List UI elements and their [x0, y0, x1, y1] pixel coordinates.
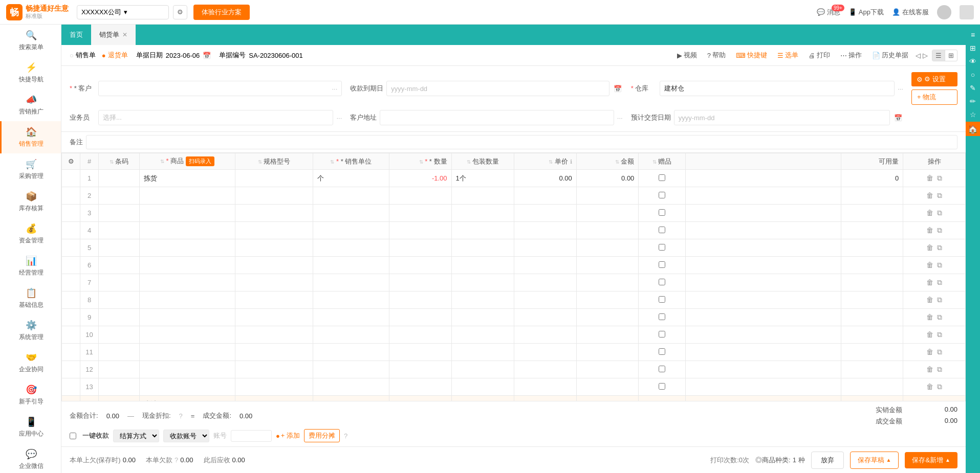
cell-price-11[interactable]: [514, 361, 577, 378]
gift-checkbox-6[interactable]: [659, 279, 665, 285]
shortcut-btn[interactable]: ⌨ 快捷键: [733, 49, 770, 61]
cell-price-10[interactable]: [514, 344, 577, 361]
settings-button[interactable]: ⚙ ⚙ 设置: [911, 72, 957, 86]
cell-barcode-0[interactable]: [99, 170, 140, 187]
cell-price-12[interactable]: [514, 378, 577, 396]
cell-unit-6[interactable]: [313, 274, 389, 291]
cell-qty-10[interactable]: [389, 344, 451, 361]
cell-unit-11[interactable]: [313, 361, 389, 378]
sidebar-item-marketing[interactable]: 📣 营销推广: [0, 89, 61, 121]
select-btn[interactable]: ☰ 选单: [774, 49, 801, 61]
cell-barcode-3[interactable]: [99, 222, 140, 239]
cell-amount-9[interactable]: [576, 326, 639, 344]
sidebar-item-apps[interactable]: 📱 应用中心: [0, 411, 61, 443]
cell-unit-5[interactable]: [313, 257, 389, 274]
sidebar-item-guide[interactable]: 🎯 新手引导: [0, 379, 61, 411]
customer-input[interactable]: ···: [98, 81, 342, 96]
cell-unit-0[interactable]: 个: [313, 170, 389, 187]
sidebar-item-system[interactable]: ⚙️ 系统管理: [0, 314, 61, 347]
cell-price-4[interactable]: [514, 239, 577, 257]
cell-amount-0[interactable]: 0.00: [576, 170, 639, 187]
delete-row-icon-0[interactable]: 🗑: [926, 174, 933, 182]
rf-circle-icon[interactable]: ○: [967, 69, 979, 81]
delete-row-icon-8[interactable]: 🗑: [926, 313, 933, 321]
rf-pencil-icon[interactable]: ✏: [967, 95, 979, 107]
cell-pkg-7[interactable]: [451, 291, 514, 309]
sidebar-item-wechat[interactable]: 💬 企业微信: [0, 443, 61, 473]
one-click-payment-checkbox[interactable]: [70, 433, 76, 439]
cell-pkg-5[interactable]: [451, 257, 514, 274]
online-service-btn[interactable]: 👤 在线客服: [892, 8, 929, 17]
cell-qty-7[interactable]: [389, 291, 451, 309]
cell-qty-1[interactable]: [389, 187, 451, 205]
history-btn[interactable]: 📄 历史单据: [869, 49, 911, 61]
th-settings[interactable]: ⚙: [62, 153, 80, 170]
cell-qty-5[interactable]: [389, 257, 451, 274]
settlement-select[interactable]: 结算方式: [113, 430, 159, 442]
cell-barcode-9[interactable]: [99, 326, 140, 344]
gift-checkbox-0[interactable]: [659, 174, 665, 181]
cell-unit-10[interactable]: [313, 344, 389, 361]
delete-row-icon-9[interactable]: 🗑: [926, 330, 933, 339]
cell-spec-1[interactable]: [235, 187, 313, 205]
cell-qty-3[interactable]: [389, 222, 451, 239]
sidebar-item-basic[interactable]: 📋 基础信息: [0, 282, 61, 314]
save-draft-button[interactable]: 保存草稿 ▲: [850, 452, 899, 469]
cell-amount-2[interactable]: [576, 205, 639, 222]
cell-product-2[interactable]: [140, 205, 235, 222]
cell-price-6[interactable]: [514, 274, 577, 291]
logistics-button[interactable]: + 物流: [911, 89, 957, 105]
cell-product-4[interactable]: [140, 239, 235, 257]
rf-edit-icon[interactable]: ✎: [967, 82, 979, 94]
cell-amount-1[interactable]: [576, 187, 639, 205]
sidebar-item-shortcut[interactable]: ⚡ 快捷导航: [0, 57, 61, 89]
salesperson-input[interactable]: 选择...: [98, 110, 333, 125]
delete-row-icon-11[interactable]: 🗑: [926, 365, 933, 373]
gift-checkbox-4[interactable]: [659, 244, 665, 251]
tab-sales-order[interactable]: 销货单 ✕: [91, 25, 136, 45]
cell-pkg-3[interactable]: [451, 222, 514, 239]
sidebar-item-search[interactable]: 🔍 搜索菜单: [0, 25, 61, 57]
gift-checkbox-10[interactable]: [659, 348, 665, 355]
cell-price-8[interactable]: [514, 309, 577, 326]
cell-product-7[interactable]: [140, 291, 235, 309]
cell-amount-3[interactable]: [576, 222, 639, 239]
cell-gift-1[interactable]: [639, 187, 685, 205]
copy-row-icon-10[interactable]: ⧉: [937, 348, 942, 356]
rf-grid-icon[interactable]: ⊞: [967, 42, 979, 54]
radio-sales[interactable]: ○ 销售单: [70, 51, 96, 60]
cell-barcode-8[interactable]: [99, 309, 140, 326]
copy-row-icon-5[interactable]: ⧉: [937, 261, 942, 269]
cell-spec-2[interactable]: [235, 205, 313, 222]
cell-gift-4[interactable]: [639, 239, 685, 257]
cell-product-12[interactable]: [140, 378, 235, 396]
cell-barcode-10[interactable]: [99, 344, 140, 361]
copy-row-icon-4[interactable]: ⧉: [937, 243, 942, 252]
copy-row-icon-9[interactable]: ⧉: [937, 330, 942, 339]
copy-row-icon-1[interactable]: ⧉: [937, 191, 942, 199]
cell-barcode-1[interactable]: [99, 187, 140, 205]
save-new-button[interactable]: 保存&新增 ▲: [905, 452, 957, 468]
gift-checkbox-9[interactable]: [659, 331, 665, 337]
owed-help-icon[interactable]: ?: [175, 456, 178, 464]
cell-qty-8[interactable]: [389, 309, 451, 326]
app-download-btn[interactable]: 📱 App下载: [848, 8, 884, 17]
cell-gift-9[interactable]: [639, 326, 685, 344]
cell-qty-0[interactable]: -1.00: [389, 170, 451, 187]
cell-spec-5[interactable]: [235, 257, 313, 274]
expense-split-btn[interactable]: 费用分摊: [304, 429, 340, 442]
cell-price-3[interactable]: [514, 222, 577, 239]
copy-row-icon-12[interactable]: ⧉: [937, 382, 942, 391]
cell-gift-5[interactable]: [639, 257, 685, 274]
cell-gift-0[interactable]: [639, 170, 685, 187]
radio-return[interactable]: ● 退货单: [102, 51, 128, 60]
scan-button[interactable]: 扫码录入: [186, 156, 214, 166]
cell-pkg-6[interactable]: [451, 274, 514, 291]
cell-spec-3[interactable]: [235, 222, 313, 239]
discard-button[interactable]: 放弃: [811, 452, 844, 469]
delete-row-icon-7[interactable]: 🗑: [926, 296, 933, 304]
cell-gift-6[interactable]: [639, 274, 685, 291]
ops-btn[interactable]: ⋯ 操作: [837, 49, 865, 61]
cell-spec-7[interactable]: [235, 291, 313, 309]
due-date-input[interactable]: yyyy-mm-dd: [386, 81, 609, 96]
